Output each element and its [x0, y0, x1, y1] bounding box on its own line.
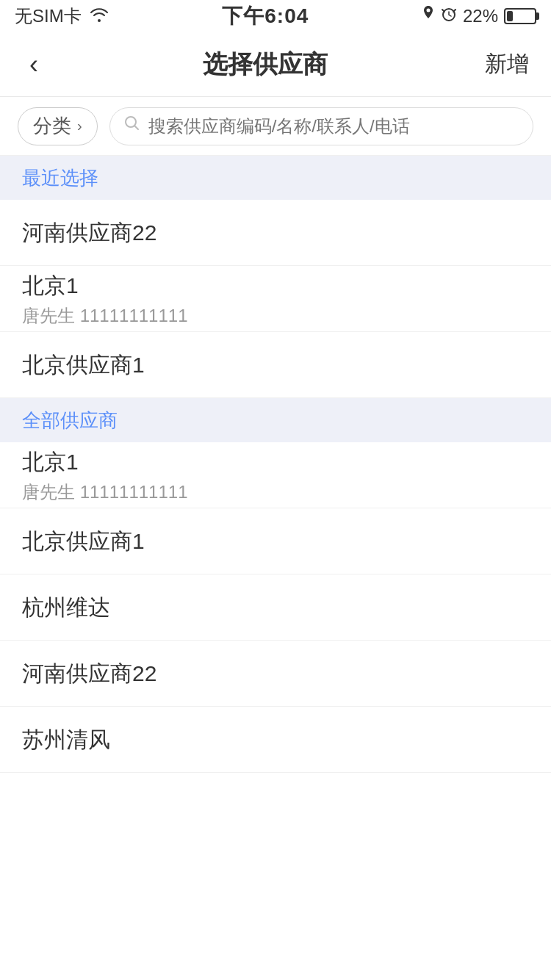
item-name: 河南供应商22	[22, 658, 529, 689]
status-right: 22%	[422, 6, 536, 26]
page-title: 选择供应商	[46, 48, 485, 82]
status-left: 无SIM卡	[15, 4, 109, 28]
item-name: 北京供应商1	[22, 350, 529, 381]
back-icon: ‹	[29, 49, 38, 80]
all-list-item[interactable]: 北京供应商1	[0, 508, 551, 574]
all-section-label: 全部供应商	[22, 408, 118, 433]
item-name: 杭州维达	[22, 592, 529, 623]
item-sub: 唐先生 11111111111	[22, 304, 529, 328]
back-button[interactable]: ‹	[22, 42, 46, 87]
recent-list: 河南供应商22北京1唐先生 11111111111北京供应商1	[0, 200, 551, 398]
carrier-text: 无SIM卡	[15, 4, 82, 28]
category-label: 分类	[33, 113, 71, 139]
all-list: 北京1唐先生 11111111111北京供应商1杭州维达河南供应商22苏州清风	[0, 442, 551, 773]
all-list-item[interactable]: 北京1唐先生 11111111111	[0, 442, 551, 508]
all-list-item[interactable]: 杭州维达	[0, 574, 551, 641]
status-time: 下午6:04	[222, 2, 309, 30]
all-list-item[interactable]: 苏州清风	[0, 707, 551, 773]
chevron-right-icon: ›	[77, 118, 82, 134]
recent-list-item[interactable]: 北京供应商1	[0, 332, 551, 398]
alarm-icon	[441, 6, 457, 26]
item-name: 北京供应商1	[22, 526, 529, 557]
recent-list-item[interactable]: 河南供应商22	[0, 200, 551, 266]
battery-text: 22%	[463, 6, 498, 26]
all-section-header: 全部供应商	[0, 398, 551, 442]
item-name: 河南供应商22	[22, 217, 529, 248]
status-bar: 无SIM卡 下午6:04 22%	[0, 0, 551, 32]
category-button[interactable]: 分类 ›	[18, 107, 98, 145]
search-input[interactable]	[148, 116, 519, 137]
item-name: 北京1	[22, 447, 529, 478]
item-name: 北京1	[22, 270, 529, 301]
battery-icon	[504, 8, 536, 24]
recent-section-label: 最近选择	[22, 165, 98, 191]
search-icon	[123, 115, 141, 137]
search-box[interactable]	[109, 107, 533, 145]
recent-section-header: 最近选择	[0, 156, 551, 200]
item-sub: 唐先生 11111111111	[22, 480, 529, 504]
nav-bar: ‹ 选择供应商 新增	[0, 32, 551, 97]
item-name: 苏州清风	[22, 724, 529, 755]
location-icon	[422, 6, 435, 26]
add-button[interactable]: 新增	[485, 49, 529, 79]
all-list-item[interactable]: 河南供应商22	[0, 641, 551, 707]
wifi-icon	[89, 6, 109, 26]
filter-bar: 分类 ›	[0, 97, 551, 156]
recent-list-item[interactable]: 北京1唐先生 11111111111	[0, 266, 551, 332]
